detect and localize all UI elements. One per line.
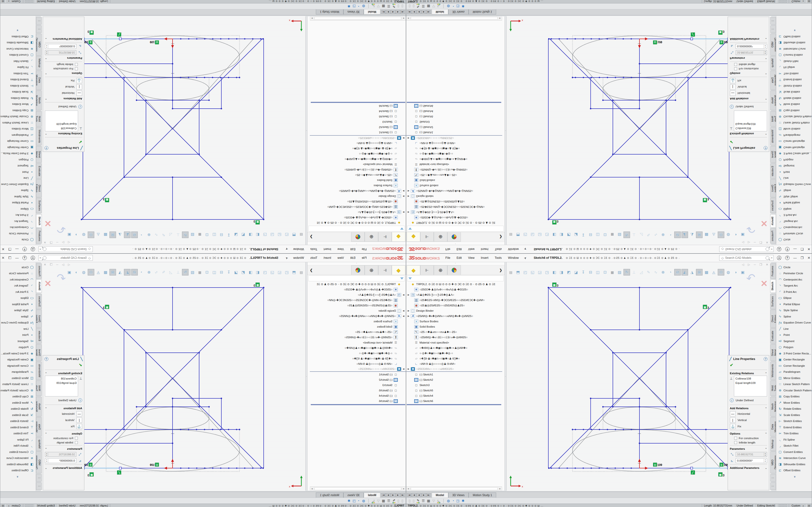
- scroll-right-icon[interactable]: ▸: [310, 488, 314, 490]
- tree-row[interactable]: ★ ○Ƨ5ƐƐ✚◦♟◎ɅᴀΦ○◦○ΦᴀɅ◎♟◦✚ƐƐƧ5○: [310, 215, 406, 220]
- confirmation-corner-cancel-icon[interactable]: ✕: [44, 218, 51, 228]
- status-tag-icon[interactable]: ▤: [0, 504, 6, 507]
- lowbar-icon[interactable]: ◳: [456, 4, 459, 8]
- toolbar-icon[interactable]: ▣: [740, 231, 746, 238]
- sketch-tool-item[interactable]: ◨ Silhouette Entities: [778, 461, 812, 467]
- tree-row[interactable]: Σ ○Ƨ5ИИ◎◦✚ᴀ∩ƎΞ○◦○ΞƎ∩ᴀ✚◦◎ИИƧ5○: [406, 335, 502, 340]
- expand-icon[interactable]: ⌄: [45, 467, 47, 469]
- tab-featuremanager-design-tree[interactable]: ◆: [392, 232, 405, 242]
- document-window-controls-faded[interactable]: ◁ ▷ ─ ❐ ✕: [42, 263, 70, 266]
- sketch-tool-item[interactable]: ▪# Segment: [778, 338, 812, 344]
- units-dropdown[interactable]: Custom▴: [6, 0, 23, 3]
- commandmanager-tab[interactable]: ⋮: [770, 474, 776, 482]
- panel-splitter[interactable]: ◦: [505, 16, 507, 245]
- document-window-controls-faded[interactable]: ◁ ▷ ─ ❐ ✕: [742, 263, 770, 266]
- commandmanager-tab[interactable]: Markup: [770, 56, 776, 70]
- confirmation-corner-cancel-icon[interactable]: ✕: [761, 218, 768, 228]
- commandmanager-tab[interactable]: Markup: [36, 56, 42, 70]
- tree-row[interactable]: ◻ (-) Sketch2: [310, 377, 406, 382]
- tree-row[interactable]: ▱ ○✚ИИ◎♟+○✱◉Ι○◦○Ι◉✱○+♟◎ИИ✚○: [310, 157, 406, 162]
- close-button[interactable]: ✕: [2, 256, 5, 260]
- menu-item[interactable]: Insert: [320, 256, 334, 260]
- toolbar-icon[interactable]: ⊡: [602, 231, 608, 238]
- tree-row[interactable]: ◗ Surface Bodies: [406, 183, 502, 188]
- toolbar-icon[interactable]: ◧: [551, 231, 558, 238]
- sketch-tool-item[interactable]: ⇲ Scale Entities: [778, 89, 812, 95]
- relation-button-icon[interactable]: —: [77, 411, 82, 416]
- more-tools-chevron-icon[interactable]: »: [793, 474, 797, 479]
- sketch-tool-item[interactable]: ◠ Centerpoint Arc: [778, 276, 812, 283]
- search-box[interactable]: ◇ ▾: [719, 246, 773, 252]
- menu-item[interactable]: Edit: [347, 256, 359, 260]
- add-relation-button[interactable]: ❘ Vertical: [43, 84, 84, 90]
- search-dropdown-icon[interactable]: ▾: [40, 257, 42, 259]
- menu-item[interactable]: File: [359, 247, 370, 251]
- commandmanager-tab[interactable]: Mesh Modeling: [770, 397, 776, 416]
- sketch-tool-item[interactable]: ◞ Sketch Fillet: [778, 443, 812, 449]
- toolbar-icon[interactable]: ⊟: [218, 231, 225, 238]
- tab-nav-button[interactable]: ▶: [386, 493, 391, 497]
- tree-row[interactable]: ◻ (-) Sketch1: [406, 130, 502, 135]
- commandmanager-tab[interactable]: Mesh Modeling: [770, 91, 776, 110]
- toolbar-icon[interactable]: ◱: [529, 231, 536, 238]
- sketch-tool-item[interactable]: ◜ 3 Point Arc: [0, 289, 34, 295]
- collapse-icon[interactable]: ⌃: [765, 372, 767, 375]
- sketch-tool-item[interactable]: ◌ Perimeter Circle: [0, 270, 34, 277]
- sketch-tool-item[interactable]: ≋ Intersection Curve: [0, 455, 34, 461]
- commandmanager-tab[interactable]: Data Migration: [770, 71, 776, 90]
- search-icon[interactable]: [766, 256, 769, 260]
- tree-row[interactable]: ◗ Surface Bodies: [310, 319, 406, 324]
- options-section[interactable]: Options⌃: [43, 431, 84, 436]
- toolbar-icon[interactable]: ◑: [73, 269, 80, 276]
- options-section[interactable]: Options⌃: [728, 71, 769, 76]
- tree-row[interactable]: ◻ (-) Sketch6: [310, 103, 406, 109]
- toolbar-icon[interactable]: ⊙: [718, 231, 724, 238]
- expand-panel-chevron[interactable]: ❯: [307, 235, 315, 239]
- ok-check-icon[interactable]: ✔: [728, 138, 769, 145]
- toolbar-icon[interactable]: ◔: [667, 231, 673, 238]
- toolbar-icon[interactable]: ⊡: [204, 231, 210, 238]
- tree-row[interactable]: ▱ ○✚Ʒ9◦♟○✱◉Ι○◦○Ι◉✱○♟◦9Ʒ✚○: [406, 146, 502, 151]
- tree-row[interactable]: ◻ (-) Sketch1: [310, 130, 406, 135]
- commandmanager-tab[interactable]: Weldments: [770, 127, 776, 145]
- sketch-tool-item[interactable]: ◌ Perimeter Circle: [0, 231, 34, 237]
- confirmation-corner-cancel-icon[interactable]: ✕: [761, 279, 768, 289]
- sketch-tool-item[interactable]: ⬡ Polygon: [778, 157, 812, 163]
- toolbar-icon[interactable]: ◍: [81, 231, 87, 238]
- tree-row[interactable]: ✎ ○Ƨ5·∩✱♟ᴀm○◦○mᴀ♟✱∩·Ƨ5○: [310, 329, 406, 335]
- tree-row[interactable]: ▥ ○Ƨ5✚ƐƧ5○ИИ◎◦✚ƆϹƐИƐƧ5○◦○Ƨ5ƐИƐƆϹ✚◦◎ИИ○: [310, 204, 406, 210]
- account-icon[interactable]: [777, 247, 781, 251]
- commandmanager-tab[interactable]: Evaluate: [36, 328, 42, 344]
- tree-filter-box[interactable]: [308, 226, 405, 231]
- lowbar-icon[interactable]: ▯: [401, 4, 403, 8]
- tab-nav-button[interactable]: ▶: [421, 493, 426, 497]
- lowbar-icon[interactable]: │: [443, 499, 445, 503]
- commandmanager-tab[interactable]: MBD Dimensions: [770, 34, 776, 56]
- sketch-tool-item[interactable]: ◈ 3 Point Center Recta...: [778, 151, 812, 157]
- tree-row[interactable]: ▱ ○·◎✚○✱◉Ι○◦○Ι◉✱○✚◎·○: [406, 350, 502, 356]
- toolbar-icon[interactable]: ↻: [623, 269, 630, 276]
- lowbar-icon[interactable]: ▽: [377, 499, 379, 503]
- commandmanager-tab[interactable]: ⋮: [36, 25, 42, 33]
- toolbar-icon[interactable]: ⊞: [696, 231, 703, 238]
- toolbar-icon[interactable]: ◳: [262, 269, 268, 276]
- tree-row[interactable]: ▣ Solid Bodies: [310, 324, 406, 329]
- document-window-controls-faded[interactable]: ◁ ▷ ─ ❐ ✕: [42, 241, 70, 244]
- commandmanager-tab[interactable]: Sheet Metal: [36, 146, 42, 163]
- checkbox[interactable]: [734, 63, 737, 66]
- panel-splitter[interactable]: ◦: [305, 262, 307, 491]
- toolbar-icon[interactable]: ▩: [703, 231, 710, 238]
- sketch-tool-item[interactable]: ◞ Sketch Fillet: [0, 443, 34, 449]
- panel-handle[interactable]: ◦: [406, 262, 505, 265]
- rollback-bar[interactable]: [311, 404, 405, 405]
- search-dropdown-icon[interactable]: ▾: [40, 248, 42, 250]
- menu-item[interactable]: Tools: [307, 247, 320, 251]
- existing-relations-section[interactable]: Existing Relations⌃: [43, 131, 84, 137]
- search-input[interactable]: [47, 247, 87, 251]
- sketch-tool-item[interactable]: ◝ Tangent Arc: [0, 283, 34, 289]
- commandmanager-tab[interactable]: Markup: [770, 437, 776, 451]
- status-tag-icon[interactable]: ▤: [806, 504, 812, 507]
- option-row[interactable]: For construction: [43, 436, 84, 440]
- option-row[interactable]: Infinite length: [728, 62, 769, 67]
- sketch-tool-item[interactable]: ◯ Ellipse: [0, 295, 34, 301]
